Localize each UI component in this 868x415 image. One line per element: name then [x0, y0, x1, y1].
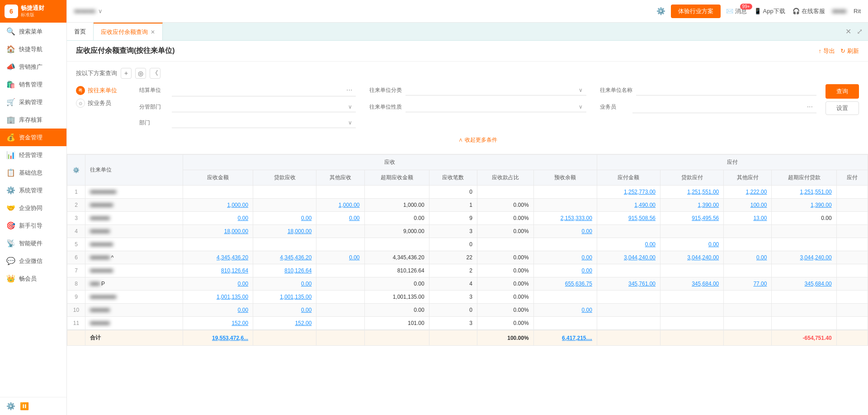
filter-target-btn[interactable]: ◎ [135, 68, 146, 79]
filter-add-btn[interactable]: ＋ [121, 68, 132, 79]
row-ar-loan[interactable]: 810,126.64 [253, 264, 316, 277]
row-ap-amount[interactable]: 1,252,773.00 [597, 186, 660, 199]
row-ar-loan[interactable]: 0.00 [253, 304, 316, 317]
user-avatar[interactable]: ■■■■ [832, 8, 846, 14]
tab-close-icon[interactable]: ✕ [151, 29, 155, 35]
row-ar-amount[interactable]: 152.00 [183, 317, 253, 330]
partner-name-input[interactable] [636, 85, 816, 95]
footer-ap-prepay[interactable]: 6,417,215.... [533, 330, 597, 346]
settlement-input[interactable]: ··· [172, 84, 356, 96]
tab-ar-query[interactable]: 应收应付余额查询 ✕ [94, 23, 163, 40]
app-download-btn[interactable]: 📱 App下载 [754, 7, 785, 15]
row-ar-amount[interactable]: 18,000.00 [183, 225, 253, 238]
row-ap-loan[interactable]: 3,044,240.00 [660, 251, 724, 264]
row-ar-loan[interactable]: 0.00 [253, 212, 316, 225]
footer-ar-total[interactable]: 19,553,472,6... [183, 330, 253, 346]
row-ar-prepay[interactable]: 2,153,333.00 [533, 212, 597, 225]
topbar-gear-icon[interactable]: ⚙️ [656, 7, 665, 15]
sidebar-item-sales[interactable]: 🛍️ 销售管理 [0, 76, 66, 93]
row-ar-other[interactable]: 0.00 [316, 212, 364, 225]
settings-bottom-icon[interactable]: ⚙️ [6, 402, 15, 410]
row-ar-amount[interactable]: 810,126.64 [183, 264, 253, 277]
promo-button[interactable]: 体验行业方案 [671, 5, 721, 18]
row-ar-amount[interactable]: 1,000.00 [183, 199, 253, 212]
sidebar-item-search[interactable]: 🔍 搜索菜单 [0, 23, 66, 40]
th-settings[interactable]: ⚙️ [67, 155, 85, 186]
sidebar-item-enterprise[interactable]: 🤝 企业协同 [0, 199, 66, 217]
message-btn[interactable]: ✉️ 消息 99+ [726, 7, 747, 15]
table-area[interactable]: ⚙️ 往来单位 应收 应付 应收金额 贷款应收 其他应收 超期应收金额 应收笔数 [67, 154, 868, 415]
collapse-icon[interactable]: ⏸️ [20, 402, 29, 410]
dept-select[interactable]: ∨ [172, 102, 356, 112]
dept2-select[interactable]: ∨ [172, 118, 356, 128]
query-button[interactable]: 查询 [826, 84, 859, 99]
sidebar-item-finance[interactable]: 💰 资金管理 [0, 129, 66, 146]
row-ap-amount[interactable]: 3,044,240.00 [597, 251, 660, 264]
row-ap-overdue[interactable]: 1,251,551.00 [772, 186, 836, 199]
sidebar-item-operation[interactable]: 📊 经营管理 [0, 146, 66, 164]
row-ar-loan[interactable]: 4,345,436.20 [253, 251, 316, 264]
refresh-button[interactable]: ↻ 刷新 [840, 47, 859, 55]
row-ap-loan[interactable]: 1,390.00 [660, 199, 724, 212]
tab-home[interactable]: 首页 [67, 23, 94, 40]
row-ar-amount[interactable]: 0.00 [183, 212, 253, 225]
row-ar-loan[interactable]: 0.00 [253, 277, 316, 291]
row-ar-prepay[interactable]: 655,636.75 [533, 277, 597, 291]
row-ap-overdue[interactable]: 345,684.00 [772, 277, 836, 291]
row-ar-prepay[interactable]: 0.00 [533, 264, 597, 277]
row-ap-other[interactable]: 0.00 [724, 251, 772, 264]
sidebar-item-inventory[interactable]: 🏢 库存核算 [0, 111, 66, 129]
row-ap-other[interactable]: 100.00 [724, 199, 772, 212]
row-ap-loan[interactable]: 1,251,551.00 [660, 186, 724, 199]
scheme-salesperson[interactable]: ⊙ 按业务员 [76, 99, 130, 108]
sidebar-item-system[interactable]: ⚙️ 系统管理 [0, 181, 66, 199]
row-ap-other[interactable]: 13.00 [724, 212, 772, 225]
row-ap-other[interactable]: 1,222.00 [724, 186, 772, 199]
scheme-partner[interactable]: 粤 按往来单位 [76, 86, 130, 95]
col-settings-icon[interactable]: ⚙️ [73, 167, 80, 173]
row-ar-amount[interactable]: 1,001,135.00 [183, 291, 253, 304]
row-ar-amount[interactable]: 0.00 [183, 277, 253, 291]
row-ap-loan[interactable]: 345,684.00 [660, 277, 724, 291]
row-ap-loan[interactable]: 915,495.56 [660, 212, 724, 225]
sidebar-item-guide[interactable]: 🎯 新手引导 [0, 217, 66, 234]
close-window-icon[interactable]: ✕ [845, 27, 851, 36]
row-ar-prepay[interactable]: 0.00 [533, 304, 597, 317]
row-ap-overdue[interactable]: 1,390.00 [772, 199, 836, 212]
row-ar-other[interactable]: 1,000.00 [316, 199, 364, 212]
salesperson-input[interactable]: ··· [632, 101, 816, 113]
username[interactable]: Rit [854, 8, 861, 14]
row-ap-overdue[interactable]: 3,044,240.00 [772, 251, 836, 264]
row-ap-loan[interactable]: 0.00 [660, 238, 724, 251]
sidebar-item-quick[interactable]: 🏠 快捷导航 [0, 40, 66, 58]
online-service-btn[interactable]: 🎧 在线客服 [793, 7, 825, 15]
row-ap-other[interactable]: 77.00 [724, 277, 772, 291]
setting-button[interactable]: 设置 [826, 101, 859, 115]
partner-type-select[interactable]: ∨ [406, 85, 586, 95]
sidebar-item-member[interactable]: 👑 畅会员 [0, 270, 66, 287]
sidebar-item-marketing[interactable]: 📣 营销推广 [0, 58, 66, 76]
sidebar-item-basic[interactable]: 📋 基础信息 [0, 164, 66, 181]
row-ar-prepay[interactable]: 0.00 [533, 225, 597, 238]
filter-collapse-more[interactable]: ∧ 收起更多条件 [139, 133, 816, 148]
row-ar-prepay[interactable]: 0.00 [533, 251, 597, 264]
row-ap-amount[interactable]: 1,490.00 [597, 199, 660, 212]
row-ap-amount[interactable]: 345,761.00 [597, 277, 660, 291]
salesperson-dots[interactable]: ··· [807, 103, 813, 111]
row-ar-amount[interactable]: 0.00 [183, 304, 253, 317]
row-ar-loan[interactable]: 18,000.00 [253, 225, 316, 238]
partner-nature-select[interactable]: ∨ [406, 102, 586, 112]
sidebar-item-wechat[interactable]: 💬 企业微信 [0, 252, 66, 270]
filter-collapse-btn[interactable]: 《 [150, 68, 160, 79]
settlement-dots[interactable]: ··· [346, 86, 352, 94]
export-button[interactable]: ↑ 导出 [819, 47, 835, 55]
sidebar-item-hardware[interactable]: 📡 智能硬件 [0, 234, 66, 252]
sidebar-item-purchase[interactable]: 🛒 采购管理 [0, 93, 66, 111]
row-ap-amount[interactable]: 0.00 [597, 238, 660, 251]
row-ar-amount[interactable]: 4,345,436.20 [183, 251, 253, 264]
row-ar-loan[interactable]: 1,001,135.00 [253, 291, 316, 304]
row-ar-loan[interactable]: 152.00 [253, 317, 316, 330]
maximize-icon[interactable]: ⤢ [857, 27, 863, 36]
row-ap-amount[interactable]: 915,508.56 [597, 212, 660, 225]
row-ar-other[interactable]: 0.00 [316, 251, 364, 264]
